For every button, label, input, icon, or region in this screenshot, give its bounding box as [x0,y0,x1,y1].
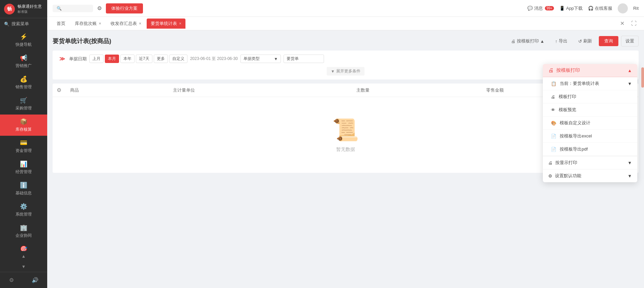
sidebar-item-newbie[interactable]: 🎯 新手引导 [0,242,47,251]
finance-icon: 💳 [20,139,27,147]
template-preview-icon: 👁 [551,107,555,113]
page-header: 要货单统计表(按商品) 🖨 按模板打印 ▲ ↑ 导出 ↺ 刷新 查询 设置 [53,36,639,46]
sidebar-item-purchase[interactable]: 🛒 采购管理 [0,93,47,115]
filter-prev-month[interactable]: 上月 [89,55,104,63]
tab-order-stats[interactable]: 要货单统计表 × [147,19,185,29]
sidebar-item-marketing[interactable]: 📢 营销推广 [0,51,47,72]
sidebar-item-basic-info[interactable]: ℹ️ 基础信息 [0,178,47,199]
sidebar-item-system[interactable]: ⚙️ 系统管理 [0,199,47,221]
print-dropdown-icon: 🖨 [548,67,554,73]
set-default-icon: ⚙ [548,173,552,179]
app-download-label: App下载 [566,5,583,11]
scrollbar-edge[interactable] [641,67,644,88]
app-download-btn[interactable]: 📱 App下载 [559,5,583,11]
search-icon: 🔍 [4,22,9,27]
trial-btn[interactable]: 体验行业方案 [106,3,143,13]
refresh-btn[interactable]: ↺ 刷新 [574,36,596,46]
sidebar-item-label-marketing: 营销推广 [16,63,32,69]
th-unit: 主计量单位 [169,84,352,97]
download-icon: 📱 [559,6,565,11]
dropdown-template-preview[interactable]: 👁 模板预览 [543,103,637,117]
settings-btn[interactable]: 设置 [621,36,639,46]
print-btn-label: 按模板打印 [517,38,539,44]
set-default-label: 设置默认功能 [555,173,581,179]
export-excel-icon: 📄 [551,134,556,139]
messages-btn[interactable]: 💬 消息 99+ [527,5,554,11]
dropdown-display-print[interactable]: 🖨 按显示打印 ▼ [543,156,637,169]
print-icon: 🖨 [511,39,516,44]
tab-receipt-summary[interactable]: 收发存汇总表 × [107,19,145,29]
filter-this-year[interactable]: 本年 [120,55,135,63]
export-pdf-label: 按模板导出pdf [560,146,588,152]
date-range-display: 2023-06-01 至 2023-06-30 [190,56,238,62]
topbar-search-box[interactable]: 🔍 [53,5,93,12]
sidebar-item-operations[interactable]: 📊 经营管理 [0,157,47,178]
sidebar: 畅 畅康通好生意 标准版 🔍 搜索菜单 ⚡ 快捷导航 📢 营销推广 💰 销售管理… [0,0,47,288]
topbar-gear-btn[interactable]: ⚙ [97,5,102,11]
doc-type-label: 单据类型 [243,56,260,62]
sidebar-item-inventory[interactable]: 📦 库存核算 [0,115,47,136]
sidebar-item-label-basic-info: 基础信息 [16,190,32,196]
query-btn[interactable]: 查询 [599,36,618,46]
tab-inventory-batch[interactable]: 库存批次账 × [71,19,105,29]
system-icon: ⚙️ [20,203,27,210]
tab-maximize-btn[interactable]: ⛶ [629,20,639,27]
tabs-actions: ✕ ⛶ [618,20,639,27]
tab-receipt-summary-close[interactable]: × [139,21,141,26]
sidebar-item-finance[interactable]: 💳 资金管理 [0,136,47,157]
sidebar-item-sales[interactable]: 💰 销售管理 [0,72,47,93]
filter-more[interactable]: 更多 [154,55,168,63]
sidebar-settings-btn[interactable]: ⚙ [6,276,17,285]
tab-inventory-batch-close[interactable]: × [99,21,101,26]
sidebar-item-label-sales: 销售管理 [16,84,32,90]
dropdown-header: 🖨 按模板打印 ▲ [543,64,637,77]
export-icon: ↑ [555,39,558,44]
sidebar-scroll-up[interactable]: ▲ [0,251,47,261]
sidebar-item-label-quick-nav: 快捷导航 [16,42,32,47]
tab-close-all-btn[interactable]: ✕ [618,20,626,27]
marketing-icon: 📢 [20,54,27,62]
messages-badge: 99+ [545,6,554,10]
filter-current-month[interactable]: 本月 [105,55,119,63]
goods-filter-label: 要货单 [287,56,299,62]
online-service-label: 在线客服 [595,5,612,11]
user-avatar[interactable] [618,3,628,13]
empty-icon: 📜 [332,117,359,142]
logo-icon: 畅 [4,4,15,14]
main-content: 🔍 ⚙ 体验行业方案 💬 消息 99+ 📱 App下载 🎧 在线客服 Rit [47,0,644,288]
dropdown-current-item[interactable]: 📋 当前：要货单统计表 ▼ [543,77,637,90]
sidebar-sound-btn[interactable]: 🔊 [29,276,41,285]
tabs-bar: 首页 库存批次账 × 收发存汇总表 × 要货单统计表 × ✕ ⛶ [47,17,644,30]
sidebar-item-quick-nav[interactable]: ⚡ 快捷导航 [0,30,47,51]
dropdown-export-pdf[interactable]: 📄 按模板导出pdf [543,143,637,156]
filter-last7days[interactable]: 近7天 [136,55,152,63]
table-column-settings-btn[interactable]: ⚙ [57,87,61,93]
sidebar-item-label-enterprise: 企业协同 [16,233,32,238]
tab-order-stats-close[interactable]: × [179,21,181,26]
online-service-btn[interactable]: 🎧 在线客服 [588,5,612,11]
export-btn[interactable]: ↑ 导出 [551,36,572,46]
goods-filter[interactable]: 要货单 [284,55,324,63]
sidebar-item-label-system: 系统管理 [16,212,32,217]
tab-home[interactable]: 首页 [53,19,69,29]
expand-more-conditions-btn[interactable]: ▼ 展开更多条件 [327,67,364,75]
dropdown-template-custom[interactable]: 🎨 模板自定义设计 [543,117,637,130]
filter-custom[interactable]: 自定义 [169,55,187,63]
template-preview-label: 模板预览 [559,107,576,113]
sidebar-search[interactable]: 🔍 搜索菜单 [0,18,47,30]
refresh-icon: ↺ [578,39,582,44]
dropdown-export-excel[interactable]: 📄 按模板导出excel [543,130,637,143]
page-content: 要货单统计表(按商品) 🖨 按模板打印 ▲ ↑ 导出 ↺ 刷新 查询 设置 [47,30,644,288]
sidebar-item-enterprise[interactable]: 🏢 企业协同 [0,221,47,242]
quick-nav-icon: ⚡ [20,33,27,40]
doc-type-filter[interactable]: 单据类型 ▼ [240,55,281,63]
empty-text: 暂无数据 [336,147,355,153]
sidebar-scroll-down[interactable]: ▼ [0,261,47,272]
filter-toggle-btn[interactable]: ≫ [58,55,66,63]
print-btn[interactable]: 🖨 按模板打印 ▲ [507,36,549,46]
dropdown-set-default[interactable]: ⚙ 设置默认功能 ▼ [543,169,637,182]
page-actions: 🖨 按模板打印 ▲ ↑ 导出 ↺ 刷新 查询 设置 [507,36,639,46]
tab-home-label: 首页 [57,21,65,27]
dropdown-template-print[interactable]: 🖨 模板打印 [543,90,637,103]
dropdown-collapse-btn[interactable]: ▲ [627,68,632,73]
